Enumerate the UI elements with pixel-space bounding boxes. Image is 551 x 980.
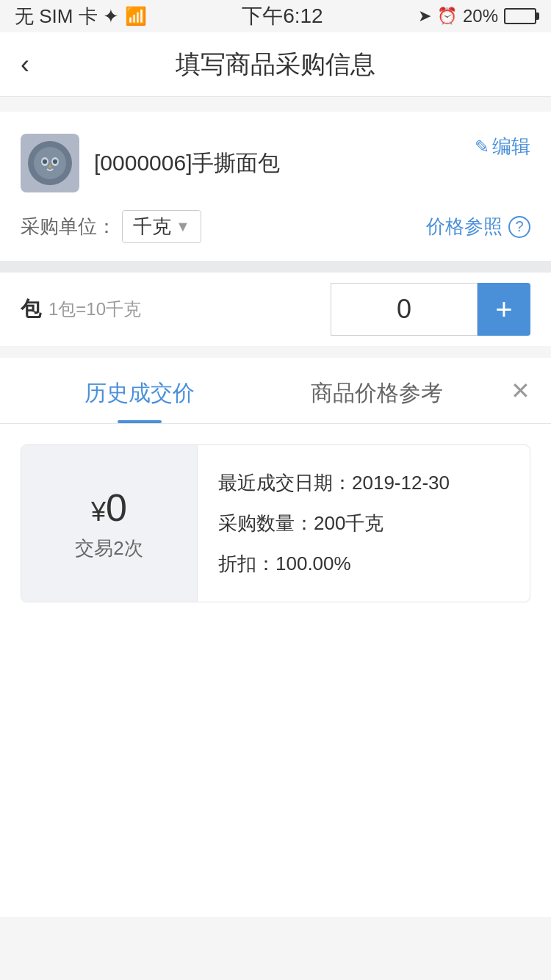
unit-label-text: 采购单位： [21, 214, 116, 239]
product-name: [0000006]手撕面包 [94, 148, 280, 179]
purchase-qty-value: 200千克 [314, 512, 383, 534]
tab-product-price-label: 商品价格参考 [311, 381, 443, 405]
status-left: 无 SIM 卡 ✦ 📶 [15, 4, 147, 29]
price-ref-help-icon: ? [508, 216, 530, 238]
quantity-input[interactable] [331, 283, 478, 336]
tab-history-label: 历史成交价 [84, 381, 195, 405]
plus-icon: + [495, 293, 512, 326]
product-logo [28, 141, 72, 185]
unit-value: 千克 [133, 214, 171, 239]
status-time: 下午6:12 [242, 2, 323, 30]
alarm-icon: ⏰ [437, 7, 457, 26]
transaction-count: 交易2次 [75, 536, 143, 561]
product-header: [0000006]手撕面包 ✎ 编辑 [21, 134, 530, 192]
product-thumbnail [21, 134, 79, 192]
tab-close-button[interactable]: ✕ [496, 364, 530, 417]
yen-sign: ¥ [91, 497, 106, 527]
price-ref-label: 价格参照 [426, 214, 503, 239]
back-button[interactable]: ‹ [21, 49, 29, 80]
purchase-qty-label: 采购数量： [218, 512, 314, 534]
unit-badge: 包 [21, 295, 41, 323]
price-ref-button[interactable]: 价格参照 ? [426, 214, 530, 239]
quantity-row: 包 1包=10千克 + [0, 273, 551, 346]
svg-point-0 [34, 147, 66, 179]
tabs-header: 历史成交价 商品价格参考 ✕ [0, 358, 551, 424]
svg-point-3 [43, 159, 47, 164]
battery-percent: 20% [463, 6, 498, 26]
battery-icon [504, 8, 536, 24]
unit-select[interactable]: 千克 ▼ [122, 210, 201, 243]
history-content: ¥0 交易2次 最近成交日期：2019-12-30 采购数量：200千克 折扣：… [0, 424, 551, 623]
discount-value: 100.00% [276, 552, 351, 574]
discount-row: 折扣：100.00% [218, 550, 509, 578]
product-card: [0000006]手撕面包 ✎ 编辑 采购单位： 千克 ▼ 价格参照 ? [0, 112, 551, 261]
tabs-panel: 历史成交价 商品价格参考 ✕ ¥0 交易2次 最近成交日期：2019-12-30… [0, 358, 551, 623]
history-right: 最近成交日期：2019-12-30 采购数量：200千克 折扣：100.00% [198, 445, 530, 602]
history-price: ¥0 [91, 486, 127, 530]
recent-date-row: 最近成交日期：2019-12-30 [218, 469, 509, 497]
back-icon: ‹ [21, 49, 29, 79]
page-title: 填写商品采购信息 [176, 48, 375, 82]
recent-date-value: 2019-12-30 [352, 472, 450, 494]
quantity-control: + [331, 283, 530, 336]
wifi-icon: 📶 [125, 6, 147, 26]
tab-product-price-ref[interactable]: 商品价格参考 [259, 358, 497, 423]
section-divider [0, 261, 551, 273]
unit-info: 包 1包=10千克 [21, 295, 141, 323]
status-right: ➤ ⏰ 20% [418, 6, 536, 26]
history-left: ¥0 交易2次 [21, 445, 198, 602]
purchase-qty-row: 采购数量：200千克 [218, 509, 509, 538]
unit-ratio: 1包=10千克 [48, 298, 141, 321]
recent-date-label: 最近成交日期： [218, 472, 352, 494]
edit-button[interactable]: ✎ 编辑 [475, 134, 530, 159]
sim-label: 无 SIM 卡 ✦ [15, 4, 119, 29]
nav-bar: ‹ 填写商品采购信息 [0, 32, 551, 97]
product-unit-row: 采购单位： 千克 ▼ 价格参照 ? [21, 210, 530, 243]
bottom-white-area [0, 623, 551, 917]
status-bar: 无 SIM 卡 ✦ 📶 下午6:12 ➤ ⏰ 20% [0, 0, 551, 32]
edit-label: 编辑 [492, 134, 530, 159]
quantity-plus-button[interactable]: + [478, 283, 530, 336]
edit-icon: ✎ [475, 137, 489, 157]
unit-label: 采购单位： 千克 ▼ [21, 210, 201, 243]
location-icon: ➤ [418, 7, 431, 26]
history-card: ¥0 交易2次 最近成交日期：2019-12-30 采购数量：200千克 折扣：… [21, 444, 530, 602]
svg-point-4 [53, 159, 57, 164]
discount-label: 折扣： [218, 552, 276, 574]
unit-dropdown-arrow: ▼ [176, 218, 190, 235]
tab-history-price[interactable]: 历史成交价 [21, 358, 259, 423]
product-left: [0000006]手撕面包 [21, 134, 280, 192]
price-value: 0 [106, 486, 127, 529]
